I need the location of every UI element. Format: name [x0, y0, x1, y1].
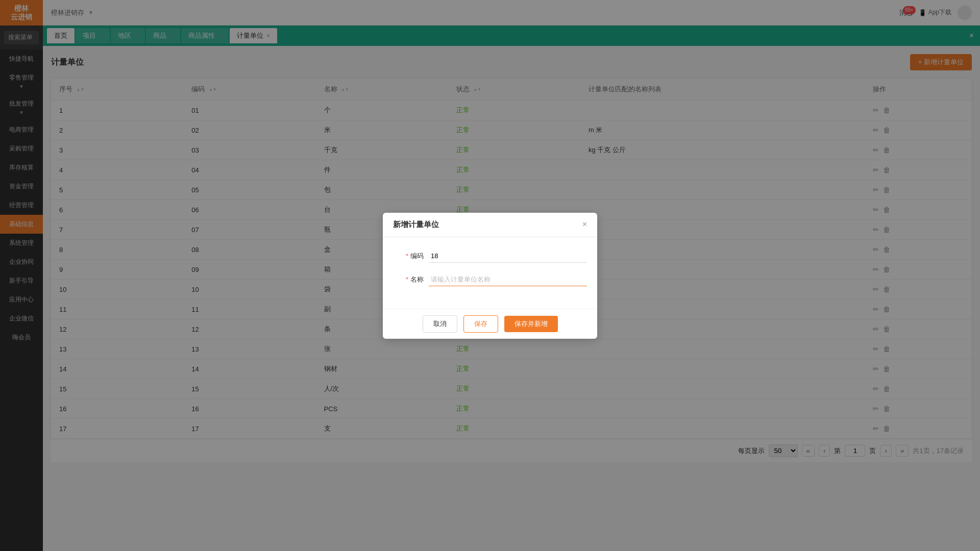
save-button[interactable]: 保存	[463, 315, 498, 333]
name-field-row: *名称	[393, 273, 587, 286]
name-input[interactable]	[429, 273, 587, 286]
save-and-new-button[interactable]: 保存并新增	[504, 316, 558, 332]
modal-close-button[interactable]: ×	[582, 220, 587, 229]
modal-header: 新增计量单位 ×	[383, 213, 597, 237]
modal-footer: 取消 保存 保存并新增	[383, 309, 597, 339]
modal-overlay: 新增计量单位 × *编码 *名称 取消 保存 保存并新增	[0, 0, 980, 551]
modal-title: 新增计量单位	[393, 220, 439, 230]
required-mark: *	[406, 252, 408, 260]
code-label: *编码	[393, 252, 424, 261]
cancel-button[interactable]: 取消	[423, 315, 457, 333]
code-field-row: *编码	[393, 249, 587, 263]
modal-body: *编码 *名称	[383, 237, 597, 309]
add-unit-modal: 新增计量单位 × *编码 *名称 取消 保存 保存并新增	[383, 213, 597, 339]
code-input[interactable]	[429, 249, 587, 263]
required-mark: *	[406, 276, 408, 283]
name-label: *名称	[393, 275, 424, 284]
